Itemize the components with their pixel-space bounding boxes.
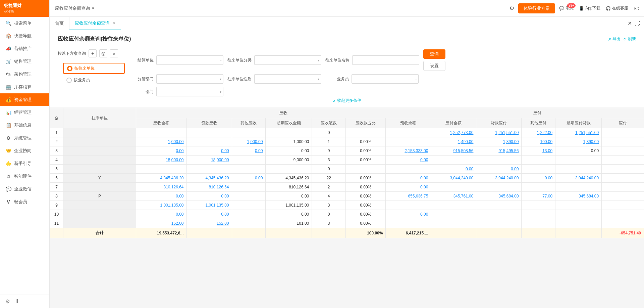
row-ar-loan[interactable]: 0.00 — [186, 146, 232, 156]
row-ap-overdue[interactable]: 3,044,240.00 — [555, 174, 602, 183]
sidebar-item-inventory[interactable]: 🏢 库存核算 — [0, 81, 49, 93]
row-ap-loan[interactable]: 345,684.00 — [476, 192, 522, 201]
tab-maximize-icon[interactable]: ⛶ — [635, 20, 640, 27]
row-ap-amount[interactable]: 1,252,773.00 — [431, 128, 476, 137]
row-ar-amount[interactable]: 4,345,436.20 — [136, 174, 187, 183]
sidebar-item-wechat[interactable]: 💬 企业微信 — [0, 183, 49, 195]
row-ap-other[interactable]: 13.00 — [522, 146, 555, 156]
partner-category-select[interactable] — [254, 55, 321, 65]
branch-dept-select[interactable] — [156, 74, 223, 84]
collapse-icon[interactable]: ⏸ — [14, 298, 19, 305]
row-ar-amount[interactable]: 18,000.00 — [136, 156, 187, 165]
row-ap-overdue[interactable]: 1,251,551.00 — [555, 128, 602, 137]
row-ap-loan[interactable]: 0.00 — [476, 165, 522, 174]
row-ar-loan[interactable]: 0.00 — [186, 210, 232, 219]
row-ar-prepay[interactable]: 0.00 — [386, 156, 431, 165]
sidebar-item-finance[interactable]: 💰 资金管理 — [0, 93, 49, 106]
row-ap-amount[interactable]: 1,490.00 — [431, 137, 476, 146]
breadcrumb-dropdown-icon[interactable]: ▾ — [92, 6, 94, 11]
row-ar-prepay[interactable]: 2,153,333.00 — [386, 146, 431, 156]
row-ar-amount[interactable]: 810,126.64 — [136, 183, 187, 192]
sidebar-item-purchase[interactable]: 🛍 采购管理 — [0, 68, 49, 81]
row-ar-amount[interactable]: 0.00 — [136, 192, 187, 201]
trial-industry-button[interactable]: 体验行业方案 — [518, 3, 555, 13]
row-ap-other[interactable]: 77.00 — [522, 192, 555, 201]
sidebar-item-enterprise[interactable]: 🤝 企业协同 — [0, 144, 49, 157]
sidebar-item-system[interactable]: ⚙ 系统管理 — [0, 132, 49, 144]
sidebar-item-member[interactable]: V 畅会员 — [0, 195, 49, 208]
sidebar-item-guide[interactable]: 🌟 新手引导 — [0, 157, 49, 170]
row-ap-amount[interactable]: 0.00 — [431, 165, 476, 174]
message-center[interactable]: 💬 消息 99+ — [559, 5, 574, 11]
row-ap-other[interactable]: 1,222.00 — [522, 128, 555, 137]
query-button[interactable]: 查询 — [423, 49, 445, 59]
home-icon: 🏠 — [5, 33, 11, 39]
setting-button[interactable]: 设置 — [423, 61, 445, 71]
row-ap-other[interactable]: 0.00 — [522, 174, 555, 183]
salesperson-input[interactable] — [352, 74, 419, 84]
table-setting-icon[interactable]: ⚙ — [54, 116, 59, 121]
row-ar-amount[interactable]: 0.00 — [136, 146, 187, 156]
row-ap-overdue[interactable]: 345,684.00 — [555, 192, 602, 201]
sidebar-item-marketing[interactable]: 📣 营销推广 — [0, 42, 49, 55]
partner-nature-select[interactable] — [254, 74, 321, 84]
refresh-button[interactable]: ↻ 刷新 — [623, 36, 636, 42]
header-gear-icon[interactable]: ⚙ — [509, 5, 514, 11]
row-ar-loan[interactable]: 4,345,436.20 — [186, 174, 232, 183]
sidebar-item-hardware[interactable]: 🖥 智能硬件 — [0, 170, 49, 183]
row-ar-loan[interactable]: 0.00 — [186, 192, 232, 201]
row-ar-amount[interactable]: 1,001,135.00 — [136, 201, 187, 210]
view-by-salesperson[interactable]: 按业务员 — [63, 75, 125, 85]
row-ar-prepay[interactable]: 0.00 — [386, 210, 431, 219]
export-button[interactable]: ↗ 导出 — [608, 36, 621, 42]
view-by-partner[interactable]: 按往来单位 — [63, 63, 125, 74]
settlement-unit-input[interactable] — [156, 55, 223, 65]
row-ar-other[interactable]: 0.00 — [232, 146, 266, 156]
row-ar-loan[interactable]: 810,126.64 — [186, 183, 232, 192]
row-ap-amount[interactable]: 915,508.56 — [431, 146, 476, 156]
row-ap-amount[interactable]: 3,044,240.00 — [431, 174, 476, 183]
user-profile[interactable]: Rit — [634, 6, 639, 11]
row-ar-loan[interactable]: 152.00 — [186, 219, 232, 228]
tab-close-icon[interactable]: × — [113, 21, 115, 26]
row-ar-prepay[interactable]: 0.00 — [386, 183, 431, 192]
row-ap-loan[interactable]: 915,495.56 — [476, 146, 522, 156]
row-ar-loan[interactable]: 1,001,135.00 — [186, 201, 232, 210]
table-footer-row: 合计 19,553,472,6... 100.00% 6,417,215.... — [50, 228, 644, 238]
th-setting[interactable]: ⚙ — [50, 108, 63, 128]
row-ar-amount[interactable]: 0.00 — [136, 210, 187, 219]
online-service[interactable]: 🎧 在线客服 — [606, 5, 628, 11]
row-ar-other[interactable]: 1,000.00 — [232, 137, 266, 146]
tab-ar-balance[interactable]: 应收应付余额查询 × — [69, 17, 121, 30]
row-ar-other[interactable]: 0.00 — [232, 174, 266, 183]
row-ap-amount[interactable]: 345,761.00 — [431, 192, 476, 201]
department-select[interactable] — [156, 87, 223, 96]
row-ap-loan[interactable]: 3,044,240.00 — [476, 174, 522, 183]
partner-name-input[interactable] — [352, 55, 419, 65]
tab-close-window-icon[interactable]: ✕ — [628, 20, 632, 27]
sidebar-item-basic-info[interactable]: 📋 基础信息 — [0, 119, 49, 132]
row-ap-other[interactable]: 100.00 — [522, 137, 555, 146]
add-scheme-button[interactable]: + — [89, 49, 97, 57]
row-ar-count: 0 — [312, 165, 346, 174]
row-ap-loan[interactable]: 1,251,551.00 — [476, 128, 522, 137]
app-download[interactable]: 📱 App下载 — [579, 5, 600, 11]
row-ar-prepay[interactable]: 0.00 — [386, 174, 431, 183]
back-scheme-button[interactable]: « — [110, 49, 118, 57]
settings-icon[interactable]: ⚙ — [5, 298, 10, 305]
row-ar-loan[interactable]: 18,000.00 — [186, 156, 232, 165]
sidebar-item-operation[interactable]: 📊 经营管理 — [0, 106, 49, 119]
edit-scheme-button[interactable]: ◎ — [99, 49, 107, 57]
sidebar-item-quick-nav[interactable]: 🏠 快捷导航 — [0, 30, 49, 42]
row-ap-extra — [602, 165, 644, 174]
row-ap-loan[interactable]: 1,390.00 — [476, 137, 522, 146]
row-ar-amount[interactable]: 152.00 — [136, 219, 187, 228]
sidebar-item-search-menu[interactable]: 🔍 搜索菜单 — [0, 17, 49, 30]
collapse-filter-button[interactable]: ∧ 收起更多条件 — [58, 98, 636, 103]
sidebar-item-sales[interactable]: 🛒 销售管理 — [0, 55, 49, 68]
row-ar-prepay[interactable]: 655,636.75 — [386, 192, 431, 201]
row-ar-amount[interactable]: 1,000.00 — [136, 137, 187, 146]
row-ap-overdue[interactable]: 1,390.00 — [555, 137, 602, 146]
tab-home[interactable]: 首页 — [50, 17, 69, 30]
th-ap-overdue: 超期应付货款 — [555, 118, 602, 128]
